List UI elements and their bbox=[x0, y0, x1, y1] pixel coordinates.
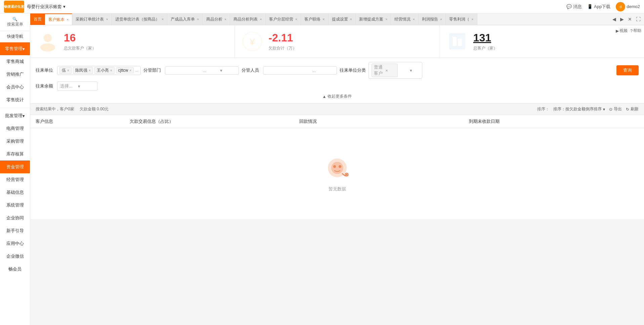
filter-unit-type-select[interactable]: 普通客户 × ▾ bbox=[369, 62, 422, 79]
tab-customer-accounts-label: 客户账本 bbox=[48, 17, 65, 23]
filter-tag-wu-close[interactable]: × bbox=[67, 69, 69, 72]
workspace-selector[interactable]: 母婴行业演示账套 ▾ bbox=[27, 4, 66, 10]
sidebar-item-retail-mgmt[interactable]: 零售管理 ▾ bbox=[0, 42, 30, 55]
sidebar-item-label: 新手引导 bbox=[6, 228, 24, 234]
tabbar: 首页 客户账本 × 采购订单统计表 × 进货单统计表（按商品） × 产成品入库单… bbox=[30, 13, 644, 25]
sidebar-search-btn[interactable]: 🔍 搜索菜单 bbox=[0, 13, 30, 31]
tab-close-icon[interactable]: × bbox=[471, 17, 473, 21]
tab-customer-tier[interactable]: 客户分层经营 × bbox=[266, 13, 301, 25]
tab-close-icon[interactable]: × bbox=[106, 17, 108, 21]
sidebar-item-corp-collab[interactable]: 企业协同 bbox=[0, 212, 30, 224]
sidebar-item-corp-wechat[interactable]: 企业微信 bbox=[0, 250, 30, 263]
tab-product-inbound[interactable]: 产成品入库单 × bbox=[167, 13, 203, 25]
video-btn[interactable]: ▶ 视频 bbox=[616, 28, 628, 34]
sidebar-item-new-guide[interactable]: 新手引导 bbox=[0, 224, 30, 237]
tab-product-analysis-list[interactable]: 商品分析列表 × bbox=[230, 13, 265, 25]
sidebar-item-label: 畅会员 bbox=[8, 266, 22, 272]
filter-dept-select[interactable]: ... ▾ bbox=[165, 66, 239, 75]
tab-close-icon[interactable]: × bbox=[440, 17, 442, 21]
tab-ops-situation[interactable]: 经营情况 × bbox=[391, 13, 418, 25]
sidebar-item-label: 零售管理 bbox=[5, 46, 23, 52]
sort-label: 排序： bbox=[537, 106, 549, 112]
tab-next-btn[interactable]: ▶ bbox=[619, 16, 625, 23]
sidebar-item-purchase-mgmt[interactable]: 采购管理 bbox=[0, 135, 30, 148]
tab-retail-profit[interactable]: 零售利润（ × bbox=[446, 13, 477, 25]
filter-person-select[interactable]: ... bbox=[263, 66, 337, 75]
tab-home[interactable]: 首页 bbox=[30, 13, 45, 25]
filter-tag-wang-close[interactable]: × bbox=[110, 69, 112, 72]
sidebar-item-inventory[interactable]: 库存核算 bbox=[0, 148, 30, 160]
query-btn[interactable]: 查询 bbox=[616, 65, 639, 75]
brand-logo[interactable]: 畅捷通好生意 bbox=[4, 1, 24, 13]
content-area: 首页 客户账本 × 采购订单统计表 × 进货单统计表（按商品） × 产成品入库单… bbox=[30, 13, 644, 325]
sidebar-item-member-vip[interactable]: 畅会员 bbox=[0, 263, 30, 276]
filter-balance-select[interactable]: 选择... ▾ bbox=[57, 81, 97, 91]
tab-close-all-btn[interactable]: ✕ bbox=[627, 16, 633, 23]
tab-profit-report[interactable]: 利润报告 × bbox=[419, 13, 446, 25]
sidebar-item-wholesale-mgmt[interactable]: 批发管理 ▾ bbox=[0, 109, 30, 122]
tab-purchase-inbound-stats[interactable]: 进货单统计表（按商品） × bbox=[112, 13, 167, 25]
tab-close-icon[interactable]: × bbox=[162, 17, 164, 21]
tab-product-analysis[interactable]: 商品分析 × bbox=[203, 13, 230, 25]
tab-close-icon[interactable]: × bbox=[385, 17, 387, 21]
col-overdue-info: 欠款交易信息（占比） bbox=[130, 118, 299, 124]
filter-dept-more[interactable]: ... bbox=[203, 68, 219, 73]
app-download-btn[interactable]: 📱 App下载 bbox=[587, 4, 610, 10]
sidebar-item-sys-mgmt[interactable]: 系统管理 bbox=[0, 199, 30, 212]
tab-close-icon[interactable]: × bbox=[295, 17, 297, 21]
filter-unit-type-text: 普通客户 bbox=[374, 64, 384, 76]
tab-close-icon[interactable]: × bbox=[260, 17, 262, 21]
tab-customer-contact[interactable]: 客户联络 × bbox=[301, 13, 328, 25]
refresh-label: 刷新 bbox=[631, 106, 639, 112]
sidebar-item-label: 零售商城 bbox=[6, 59, 24, 65]
tab-fullscreen-btn[interactable]: ⛶ bbox=[635, 16, 642, 23]
tab-close-icon[interactable]: × bbox=[197, 17, 199, 21]
tab-close-icon[interactable]: × bbox=[224, 17, 226, 21]
table-header: 客户信息 欠款交易信息（占比） 回款情况 到期未收款日期 bbox=[30, 115, 644, 128]
filter-tag-cjt: cjttcw × bbox=[116, 67, 134, 73]
message-btn[interactable]: 💬 消息 bbox=[566, 4, 582, 10]
tab-reminder-settings[interactable]: 提成设置 × bbox=[329, 13, 356, 25]
search-result-text: 搜索结果中，客户0家 bbox=[36, 106, 74, 112]
filter-tag-wang-text: 王小亮 bbox=[97, 68, 109, 73]
tab-close-icon[interactable]: × bbox=[350, 17, 352, 21]
sidebar-item-member-center[interactable]: 会员中心 bbox=[0, 81, 30, 94]
sidebar-item-label: 企业微信 bbox=[6, 253, 24, 259]
main-layout: 🔍 搜索菜单 快捷导航 零售管理 ▾ 零售商城 营销推广 会员中心 零售统计 批… bbox=[0, 13, 644, 325]
tab-close-icon[interactable]: × bbox=[67, 17, 69, 22]
sort-select[interactable]: 排序：按欠款金额倒序排序 ▾ bbox=[553, 106, 605, 112]
help-btn[interactable]: ? 帮助 bbox=[630, 28, 641, 34]
filter-collapse-btn[interactable]: ▲ 收起更多条件 bbox=[323, 94, 352, 99]
export-btn[interactable]: ⊙ 导出 bbox=[609, 106, 622, 112]
message-label: 消息 bbox=[573, 4, 582, 10]
refresh-btn[interactable]: ↻ 刷新 bbox=[626, 106, 639, 112]
filter-more-btn[interactable]: ... bbox=[135, 68, 138, 73]
sidebar-item-app-center[interactable]: 应用中心 bbox=[0, 237, 30, 250]
filter-unit-tags[interactable]: 伍 × 陈民强 × 王小亮 × cjttcw × bbox=[57, 66, 141, 75]
sidebar-item-basic-info[interactable]: 基础信息 bbox=[0, 186, 30, 199]
summary-card-3-value: 131 bbox=[473, 32, 498, 44]
tab-purchase-order-stats[interactable]: 采购订单统计表 × bbox=[72, 13, 112, 25]
filter-tag-cjt-text: cjttcw bbox=[118, 68, 128, 73]
filter-unit-type-close[interactable]: × bbox=[385, 68, 395, 73]
sidebar-search-label: 搜索菜单 bbox=[2, 22, 28, 27]
sidebar-item-retail-mall[interactable]: 零售商城 bbox=[0, 55, 30, 68]
sidebar-item-finance[interactable]: 资金管理 bbox=[0, 160, 30, 173]
filter-person-more[interactable]: ... bbox=[312, 68, 334, 73]
chevron-up-icon: ▲ bbox=[323, 94, 327, 99]
tab-new-reminder-plan[interactable]: 新增提成方案 × bbox=[356, 13, 391, 25]
tab-customer-accounts[interactable]: 客户账本 × bbox=[45, 13, 72, 25]
user-menu[interactable]: d demo2 bbox=[616, 2, 640, 11]
filter-tag-cjt-close[interactable]: × bbox=[130, 69, 132, 72]
tab-prev-btn[interactable]: ◀ bbox=[611, 16, 617, 23]
sidebar-item-marketing[interactable]: 营销推广 bbox=[0, 68, 30, 81]
sidebar-item-retail-stats[interactable]: 零售统计 bbox=[0, 94, 30, 106]
tab-close-icon[interactable]: × bbox=[323, 17, 325, 21]
sidebar-item-ecommerce[interactable]: 电商管理 bbox=[0, 122, 30, 135]
topbar: 畅捷通好生意 母婴行业演示账套 ▾ 💬 消息 📱 App下载 d demo2 bbox=[0, 0, 644, 13]
tab-close-icon[interactable]: × bbox=[413, 17, 415, 21]
sidebar-item-ops-mgmt[interactable]: 经营管理 bbox=[0, 173, 30, 186]
filter-tag-chen-close[interactable]: × bbox=[89, 69, 91, 72]
filter-balance-label: 往来余额 bbox=[36, 83, 54, 89]
sidebar-quick-nav[interactable]: 快捷导航 bbox=[0, 31, 30, 42]
